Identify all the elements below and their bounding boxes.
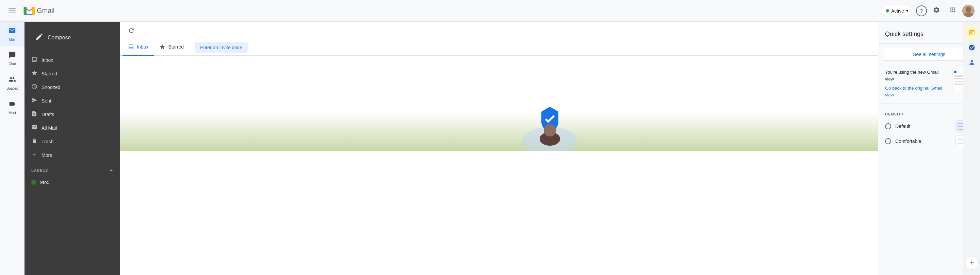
sidebar-item-chat[interactable]: Chat: [0, 46, 24, 71]
starred-label: Starred: [41, 71, 57, 76]
inbox-icon: [31, 56, 37, 64]
hamburger-icon[interactable]: [5, 4, 19, 17]
tab-inbox[interactable]: Inbox: [123, 40, 154, 56]
nav-starred[interactable]: Starred: [24, 67, 116, 81]
svg-rect-0: [9, 8, 16, 9]
app-title: Gmail: [37, 7, 54, 14]
mail-label: Mail: [9, 38, 15, 41]
meet-label: Meet: [8, 111, 16, 115]
snoozed-icon: [31, 84, 37, 91]
tab-inbox-label: Inbox: [137, 44, 148, 49]
sidebar-item-meet[interactable]: Meet: [0, 95, 24, 120]
invite-code-button[interactable]: Enter an invite code: [195, 42, 248, 53]
sidebar-item-spaces[interactable]: Spaces: [0, 71, 24, 95]
refresh-button[interactable]: [125, 24, 137, 37]
drafts-label: Drafts: [41, 112, 54, 117]
topbar: Gmail Active ▾ ?: [0, 0, 490, 22]
sent-icon: [31, 97, 37, 105]
chat-icon: [8, 51, 16, 61]
all-mail-label: All Mail: [41, 125, 57, 131]
svg-rect-2: [9, 13, 16, 13]
mail-icon: [8, 27, 16, 36]
nav-sent[interactable]: Sent: [24, 94, 116, 107]
inbox-label: Inbox: [41, 57, 53, 63]
meet-icon: [8, 100, 16, 110]
compose-button[interactable]: Compose: [29, 27, 116, 48]
compose-label: Compose: [48, 35, 71, 41]
drafts-icon: [31, 111, 37, 119]
tab-starred-label: Starred: [168, 44, 184, 49]
spaces-label: Spaces: [6, 87, 18, 90]
starred-icon: [31, 70, 37, 78]
nav-all-mail[interactable]: All Mail: [24, 121, 116, 135]
main-content: Inbox Starred Enter an invite code: [120, 22, 490, 138]
all-mail-icon: [31, 124, 37, 132]
sidebar-drawer: Compose Inbox Starred Snoozed: [24, 22, 120, 138]
compose-pencil-icon: [35, 33, 43, 43]
chat-label: Chat: [8, 62, 16, 66]
svg-rect-1: [9, 11, 16, 11]
nav-inbox[interactable]: Inbox: [24, 53, 116, 67]
nav-snoozed[interactable]: Snoozed: [24, 81, 116, 94]
tab-bar: Inbox Starred Enter an invite code: [120, 40, 490, 56]
sent-label: Sent: [41, 98, 51, 104]
tab-starred[interactable]: Starred: [154, 40, 189, 56]
gmail-logo: Gmail: [23, 6, 54, 16]
main-body: [120, 56, 490, 138]
spaces-icon: [8, 76, 16, 85]
svg-rect-6: [32, 7, 34, 14]
topbar-left: Gmail: [5, 4, 54, 17]
nav-drafts[interactable]: Drafts: [24, 107, 116, 121]
svg-rect-5: [24, 7, 27, 14]
sidebar-item-mail[interactable]: Mail: [0, 22, 24, 46]
main-toolbar: [120, 22, 490, 40]
snoozed-label: Snoozed: [41, 85, 60, 90]
nav-trash[interactable]: Trash: [24, 135, 116, 138]
